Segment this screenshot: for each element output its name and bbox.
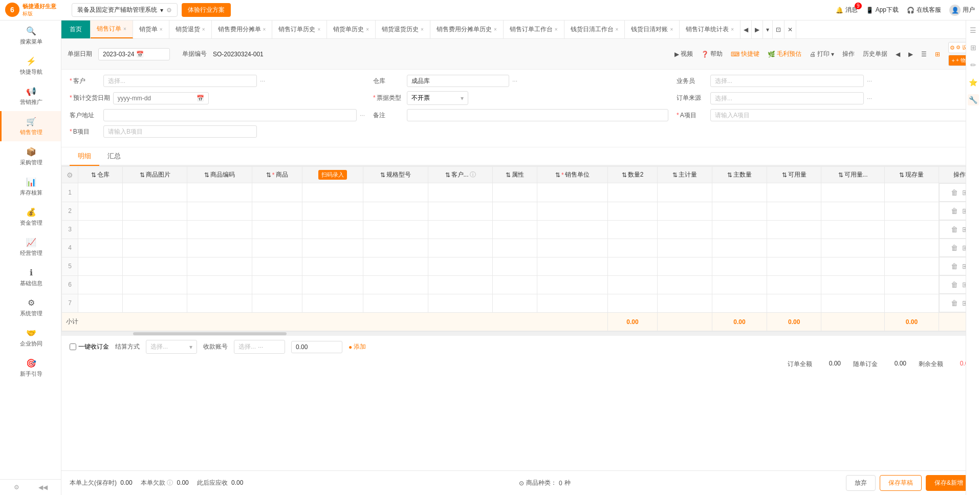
- row-delete-btn[interactable]: 🗑: [950, 261, 959, 271]
- cell-main-unit[interactable]: [658, 257, 712, 275]
- cell-main-qty[interactable]: [712, 294, 767, 313]
- settings-icon[interactable]: ⚙: [67, 171, 73, 179]
- save-new-button[interactable]: 保存&新增: [926, 475, 972, 491]
- cell-main-unit[interactable]: [658, 275, 712, 294]
- cell-main-qty[interactable]: [712, 239, 767, 257]
- settle-select[interactable]: 选择... ▾: [146, 340, 197, 354]
- tab-close-icon[interactable]: ×: [160, 27, 163, 32]
- b-project-input[interactable]: [103, 125, 257, 138]
- sidebar-item-sales[interactable]: 🛒 销售管理: [0, 111, 61, 141]
- row-delete-btn[interactable]: 🗑: [950, 243, 959, 253]
- cell-spec[interactable]: [363, 275, 428, 294]
- tab-menu-btn[interactable]: ▾: [763, 20, 773, 38]
- col-barcode[interactable]: 扫码录入: [302, 167, 363, 183]
- cell-available[interactable]: [767, 275, 821, 294]
- tab-sales-invoice[interactable]: 销货单 ×: [133, 20, 169, 38]
- tab-close-icon[interactable]: ×: [263, 27, 266, 32]
- operate-btn[interactable]: 操作: [840, 49, 857, 59]
- add-payment-btn[interactable]: ● 添加: [349, 342, 366, 351]
- print-btn[interactable]: 🖨 打印 ▾: [808, 49, 836, 59]
- grid-view-btn[interactable]: ⊞: [933, 50, 942, 59]
- cell-qty2[interactable]: [607, 275, 658, 294]
- tab-invoice-history[interactable]: 销货单历史 ×: [327, 20, 376, 38]
- sidebar-item-system[interactable]: ⚙ 系统管理: [0, 292, 61, 322]
- profit-btn[interactable]: 🌿 毛利预估: [766, 49, 803, 59]
- cell-main-unit[interactable]: [658, 202, 712, 220]
- sidebar-item-inventory[interactable]: 📊 库存核算: [0, 171, 61, 202]
- sidebar-collapse-icon[interactable]: ◀◀: [38, 484, 48, 491]
- cell-warehouse[interactable]: [78, 275, 123, 294]
- tab-close-icon[interactable]: ×: [202, 27, 205, 32]
- auto-collect-input[interactable]: [70, 343, 76, 350]
- settings-icon[interactable]: ⚙: [166, 7, 172, 14]
- cell-main-unit[interactable]: [658, 294, 712, 313]
- cell-qty2[interactable]: [607, 220, 658, 239]
- tab-daily-workbench[interactable]: 钱货日清工作台 ×: [564, 20, 625, 38]
- cell-available2[interactable]: [821, 294, 884, 313]
- cell-attr[interactable]: [493, 275, 537, 294]
- cell-barcode[interactable]: [302, 183, 363, 202]
- right-panel-icon-3[interactable]: ✏: [968, 59, 979, 71]
- cell-product[interactable]: [252, 275, 302, 294]
- cell-barcode[interactable]: [302, 220, 363, 239]
- scrollbar-area[interactable]: [61, 331, 980, 335]
- cell-available2[interactable]: [821, 257, 884, 275]
- cell-current[interactable]: [884, 202, 939, 220]
- tab-close-icon[interactable]: ×: [731, 27, 734, 32]
- cell-product[interactable]: [252, 183, 302, 202]
- cell-available2[interactable]: [821, 183, 884, 202]
- cell-main-qty[interactable]: [712, 220, 767, 239]
- row-delete-btn[interactable]: 🗑: [950, 279, 959, 290]
- cell-current[interactable]: [884, 183, 939, 202]
- cell-customer[interactable]: [428, 275, 492, 294]
- notice-badge[interactable]: 🔔 消息 9: [836, 6, 858, 14]
- cell-barcode[interactable]: [302, 257, 363, 275]
- order-source-input[interactable]: [710, 92, 864, 104]
- cell-available2[interactable]: [821, 220, 884, 239]
- discard-button[interactable]: 放弃: [846, 475, 876, 491]
- app-download[interactable]: 📱 App下载: [866, 6, 899, 14]
- cell-current[interactable]: [884, 257, 939, 275]
- cell-attr[interactable]: [493, 294, 537, 313]
- sidebar-item-collab[interactable]: 🤝 企业协同: [0, 322, 61, 353]
- cell-qty2[interactable]: [607, 202, 658, 220]
- cell-warehouse[interactable]: [78, 220, 123, 239]
- row-delete-btn[interactable]: 🗑: [950, 187, 959, 198]
- cell-warehouse[interactable]: [78, 294, 123, 313]
- barcode-button[interactable]: 扫码录入: [318, 170, 347, 180]
- scrollbar-thumb[interactable]: [133, 332, 287, 335]
- tab-daily-reconcile[interactable]: 钱货日清对账 ×: [625, 20, 680, 38]
- cell-main-qty[interactable]: [712, 275, 767, 294]
- cell-spec[interactable]: [363, 202, 428, 220]
- cell-warehouse[interactable]: [78, 183, 123, 202]
- a-project-input[interactable]: [710, 109, 972, 121]
- shortcut-btn[interactable]: ⌨ 快捷键: [729, 49, 761, 59]
- expand-icon[interactable]: ···: [867, 77, 872, 84]
- col-settings[interactable]: ⚙: [62, 167, 78, 183]
- tab-home[interactable]: 首页: [61, 20, 91, 38]
- cell-available[interactable]: [767, 183, 821, 202]
- cell-img[interactable]: [122, 183, 187, 202]
- cell-attr[interactable]: [493, 239, 537, 257]
- cell-unit[interactable]: [537, 257, 607, 275]
- cell-code[interactable]: [187, 220, 252, 239]
- tab-fullscreen-btn[interactable]: ⊡: [773, 20, 785, 38]
- cell-unit[interactable]: [537, 220, 607, 239]
- sidebar-item-basic[interactable]: ℹ 基础信息: [0, 262, 61, 292]
- right-panel-icon-2[interactable]: ⊞: [968, 42, 979, 53]
- cell-img[interactable]: [122, 202, 187, 220]
- delivery-input[interactable]: [118, 95, 194, 102]
- remarks-input[interactable]: [407, 109, 668, 121]
- expand-icon[interactable]: ···: [258, 343, 263, 351]
- cell-main-qty[interactable]: [712, 257, 767, 275]
- tab-close-icon[interactable]: ×: [555, 27, 558, 32]
- tab-close-all-btn[interactable]: ✕: [785, 20, 796, 38]
- cell-available[interactable]: [767, 239, 821, 257]
- cell-warehouse[interactable]: [78, 257, 123, 275]
- right-panel-icon-1[interactable]: ☰: [968, 25, 979, 36]
- cell-available2[interactable]: [821, 239, 884, 257]
- cell-available2[interactable]: [821, 202, 884, 220]
- cell-current[interactable]: [884, 220, 939, 239]
- tab-sales-return[interactable]: 销货退货 ×: [169, 20, 212, 38]
- cell-customer[interactable]: [428, 202, 492, 220]
